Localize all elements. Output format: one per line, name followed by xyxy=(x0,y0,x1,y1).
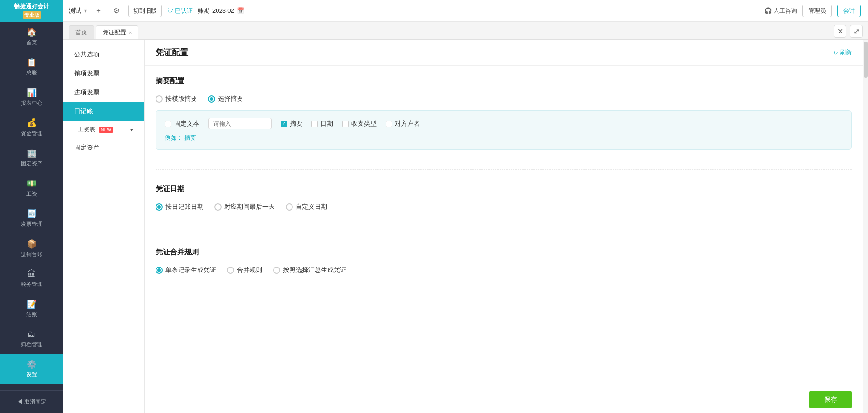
radio-template-summary[interactable]: 按模版摘要 xyxy=(156,95,197,103)
sidebar-item-purchase-sale[interactable]: 📦 进销台账 xyxy=(0,234,63,264)
bottom-bar: 保存 xyxy=(145,386,863,413)
summary-options-row: 固定文本 摘要 日期 xyxy=(165,118,842,129)
salary-icon: 💵 xyxy=(27,178,37,188)
report-icon: 📊 xyxy=(27,88,37,98)
checkbox-date-box xyxy=(311,121,318,127)
voucher-date-title: 凭证日期 xyxy=(156,184,852,194)
checkbox-date[interactable]: 日期 xyxy=(311,120,333,128)
sidebar-item-settings[interactable]: ⚙️ 设置 xyxy=(0,354,63,384)
checkbox-counterpart-box xyxy=(386,121,392,127)
shield-icon: 🛡 xyxy=(167,7,173,14)
radio-period-last-circle xyxy=(214,203,222,211)
close-books-icon: 📝 xyxy=(27,299,37,309)
tab-home[interactable]: 首页 xyxy=(69,25,94,39)
verified-badge: 🛡 已认证 xyxy=(167,7,193,15)
close-tab-icon[interactable]: × xyxy=(129,30,132,35)
radio-summary-gen-circle xyxy=(273,267,280,274)
radio-single-circle xyxy=(156,267,163,274)
building-icon: 🏢 xyxy=(27,148,37,158)
tab-voucher-config[interactable]: 凭证配置 × xyxy=(96,25,138,39)
page-content: 公共选项 销项发票 进项发票 日记账 工资表 NEW ▾ 固定资产 xyxy=(63,40,868,413)
close-panel-btn[interactable]: ✕ xyxy=(834,25,846,38)
fullscreen-btn[interactable]: ⤢ xyxy=(850,25,863,38)
sidebar-item-close[interactable]: 📝 结账 xyxy=(0,294,63,324)
topbar: 畅捷通好会计 专业版 测试 ▾ ＋ ⚙ 切到旧版 🛡 已认证 账期 2023-0… xyxy=(0,0,868,22)
radio-journal-date[interactable]: 按日记账日期 xyxy=(156,203,203,211)
merge-rule-radio-group: 单条记录生成凭证 合并规则 按照选择汇总生成凭证 xyxy=(156,266,852,274)
left-nav-payroll[interactable]: 工资表 NEW ▾ xyxy=(63,121,144,138)
headset-icon: 🎧 xyxy=(764,7,772,14)
invoice-icon: 🧾 xyxy=(27,209,37,219)
radio-single-record[interactable]: 单条记录生成凭证 xyxy=(156,266,216,274)
checkbox-income-type[interactable]: 收支类型 xyxy=(342,120,377,128)
content-area: 首页 凭证配置 × ✕ ⤢ 公共选项 销项发票 进项发票 xyxy=(63,22,868,413)
left-nav-sales-invoice[interactable]: 销项发票 xyxy=(63,64,144,83)
consult-button[interactable]: 🎧 人工咨询 xyxy=(764,7,797,15)
sidebar-item-home[interactable]: 🏠 首页 xyxy=(0,22,63,52)
main-layout: 🏠 首页 📋 总账 📊 报表中心 💰 资金管理 🏢 固定资产 💵 工资 xyxy=(0,22,868,413)
gear-icon: ⚙️ xyxy=(27,359,37,369)
chevron-down-icon: ▾ xyxy=(84,8,87,14)
admin-button[interactable]: 管理员 xyxy=(802,5,832,17)
checkbox-fixed-text[interactable]: 固定文本 xyxy=(165,120,199,128)
switch-to-old-btn[interactable]: 切到旧版 xyxy=(128,5,162,17)
sidebar-scroll: 🏠 首页 📋 总账 📊 报表中心 💰 资金管理 🏢 固定资产 💵 工资 xyxy=(0,22,63,390)
left-nav-public[interactable]: 公共选项 xyxy=(63,45,144,64)
radio-merge-rule[interactable]: 合并规则 xyxy=(227,266,262,274)
tax-icon: 🏛 xyxy=(28,269,36,279)
fund-icon: 💰 xyxy=(27,118,37,128)
voucher-date-section: 凭证日期 按日记账日期 对应期间最后一天 xyxy=(156,184,852,233)
checkbox-income-type-box xyxy=(342,121,349,127)
sidebar: 🏠 首页 📋 总账 📊 报表中心 💰 资金管理 🏢 固定资产 💵 工资 xyxy=(0,22,63,413)
merge-rule-title: 凭证合并规则 xyxy=(156,248,852,257)
sidebar-item-fund[interactable]: 💰 资金管理 xyxy=(0,113,63,143)
checkbox-counterpart[interactable]: 对方户名 xyxy=(386,120,420,128)
summary-config-section: 摘要配置 按模版摘要 选择摘要 xyxy=(156,76,852,170)
chevron-right-icon: ▾ xyxy=(130,127,133,133)
summary-config-title: 摘要配置 xyxy=(156,76,852,86)
archive-icon: 🗂 xyxy=(28,329,36,339)
main-panel: 凭证配置 ↻ 刷新 摘要配置 按模版摘要 xyxy=(145,40,863,413)
scrollbar-thumb[interactable] xyxy=(864,42,868,78)
refresh-icon: ↻ xyxy=(833,49,838,56)
radio-merge-circle xyxy=(227,267,234,274)
add-button[interactable]: ＋ xyxy=(92,5,105,17)
period-selector[interactable]: 账期 2023-02 📅 xyxy=(198,7,244,15)
ledger-icon: 📋 xyxy=(27,57,37,67)
role-button[interactable]: 会计 xyxy=(837,5,861,17)
home-icon: 🏠 xyxy=(27,27,37,37)
sidebar-item-salary[interactable]: 💵 工资 xyxy=(0,173,63,203)
radio-select-summary[interactable]: 选择摘要 xyxy=(208,95,243,103)
topbar-right: 🎧 人工咨询 管理员 会计 xyxy=(764,5,861,17)
left-nav-fixed-asset[interactable]: 固定资产 xyxy=(63,138,144,157)
tab-toolbar: ✕ ⤢ xyxy=(834,25,863,39)
sidebar-item-report[interactable]: 📊 报表中心 xyxy=(0,82,63,113)
sidebar-item-tax[interactable]: 🏛 税务管理 xyxy=(0,264,63,294)
project-selector[interactable]: 测试 ▾ xyxy=(69,7,87,15)
example-text: 例如： 摘要 xyxy=(165,134,842,142)
right-scrollbar[interactable] xyxy=(863,40,868,413)
sidebar-item-archive[interactable]: 🗂 归档管理 xyxy=(0,324,63,354)
tabbar: 首页 凭证配置 × ✕ ⤢ xyxy=(63,22,868,40)
fixed-text-input[interactable] xyxy=(208,118,272,129)
radio-select-circle xyxy=(208,95,215,103)
settings-icon[interactable]: ⚙ xyxy=(110,5,123,17)
checkbox-summary[interactable]: 摘要 xyxy=(281,120,302,128)
save-button[interactable]: 保存 xyxy=(809,391,852,408)
sidebar-item-ledger[interactable]: 📋 总账 xyxy=(0,52,63,82)
refresh-btn[interactable]: ↻ 刷新 xyxy=(833,48,852,64)
radio-custom-date[interactable]: 自定义日期 xyxy=(286,203,327,211)
radio-journal-date-circle xyxy=(156,203,163,211)
radio-summary-gen[interactable]: 按照选择汇总生成凭证 xyxy=(273,266,346,274)
left-nav-purchase-invoice[interactable]: 进项发票 xyxy=(63,83,144,102)
sidebar-item-invoice[interactable]: 🧾 发票管理 xyxy=(0,203,63,234)
new-badge: NEW xyxy=(99,127,113,133)
app-logo: 畅捷通好会计 专业版 xyxy=(0,0,63,22)
radio-period-last-day[interactable]: 对应期间最后一天 xyxy=(214,203,275,211)
sidebar-item-tutorial[interactable]: 🎬 新手引导 xyxy=(0,384,63,390)
cancel-fixed-btn[interactable]: ◀ 取消固定 xyxy=(4,394,60,409)
voucher-date-radio-group: 按日记账日期 对应期间最后一天 自定义日期 xyxy=(156,203,852,211)
left-nav-journal[interactable]: 日记账 xyxy=(63,102,144,121)
sidebar-item-fixed-asset[interactable]: 🏢 固定资产 xyxy=(0,143,63,173)
panel-body: 摘要配置 按模版摘要 选择摘要 xyxy=(145,66,863,386)
